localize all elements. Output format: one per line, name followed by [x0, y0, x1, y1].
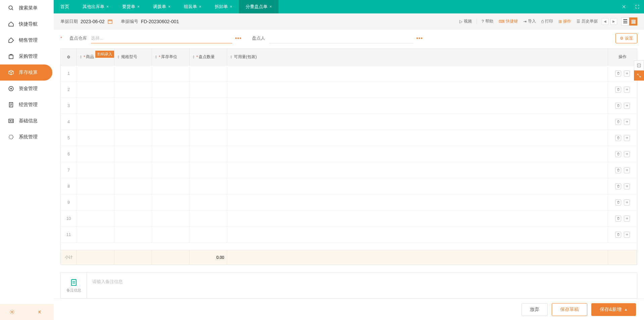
delete-row-icon[interactable] — [615, 199, 621, 205]
table-row[interactable]: 10 — [61, 211, 637, 227]
col-unit[interactable]: ▲▼ * 库存单位 — [152, 49, 190, 65]
checker-input[interactable] — [269, 33, 413, 43]
float-btn-2[interactable] — [634, 71, 644, 81]
col-product[interactable]: ▲▼ * 商品 扫码录入 — [77, 49, 114, 65]
add-row-icon[interactable] — [624, 199, 630, 205]
table-row[interactable]: 7 — [61, 162, 637, 178]
scan-badge[interactable]: 扫码录入 — [95, 51, 114, 58]
table-row[interactable]: 4 — [61, 114, 637, 130]
shortcut-button[interactable]: ⌨快捷键 — [497, 18, 520, 24]
grid-body[interactable]: 1234567891011 — [61, 65, 637, 250]
history-button[interactable]: ☰历史单据 — [575, 18, 600, 24]
table-row[interactable]: 11 — [61, 227, 637, 243]
table-row[interactable]: 8 — [61, 178, 637, 194]
save-new-button[interactable]: 保存&新增▲ — [591, 303, 636, 316]
tag-icon — [8, 37, 14, 43]
import-button[interactable]: ⇥导入 — [521, 18, 538, 24]
table-row[interactable]: 3 — [61, 98, 637, 114]
tab-transfer[interactable]: 调拨单× — [146, 0, 177, 13]
play-icon: ▷ — [459, 19, 462, 24]
add-row-icon[interactable] — [624, 151, 630, 157]
delete-row-icon[interactable] — [615, 151, 621, 157]
sidebar-item-search[interactable]: 搜索菜单 — [0, 0, 54, 16]
sidebar-item-label: 库存核算 — [19, 70, 38, 76]
discard-button[interactable]: 放弃 — [522, 303, 548, 316]
tab-disassembly[interactable]: 拆卸单× — [208, 0, 239, 13]
keyboard-icon: ⌨ — [499, 19, 504, 24]
sidebar-item-basic[interactable]: 基础信息 — [0, 113, 54, 129]
sidebar-item-nav[interactable]: 快捷导航 — [0, 16, 54, 32]
delete-row-icon[interactable] — [615, 103, 621, 109]
tab-home[interactable]: 首页 — [54, 0, 76, 13]
collapse-icon[interactable] — [38, 309, 43, 315]
add-row-icon[interactable] — [624, 87, 630, 93]
warehouse-picker-icon[interactable]: ••• — [235, 35, 242, 41]
video-button[interactable]: ▷视频 — [457, 18, 474, 24]
delete-row-icon[interactable] — [615, 87, 621, 93]
checker-picker-icon[interactable]: ••• — [416, 35, 423, 41]
col-qty[interactable]: ▲▼ * 盘点数量 — [190, 49, 227, 65]
sidebar-item-business[interactable]: 经营管理 — [0, 97, 54, 113]
add-row-icon[interactable] — [624, 71, 630, 77]
row-number: 9 — [61, 194, 77, 210]
tab-assembly[interactable]: 组装单× — [177, 0, 208, 13]
close-all-icon[interactable] — [617, 0, 631, 13]
tab-requisition[interactable]: 要货单× — [115, 0, 146, 13]
subtotal-qty: 0.00 — [190, 250, 227, 265]
document-icon — [8, 102, 14, 108]
sidebar-item-finance[interactable]: 资金管理 — [0, 81, 54, 97]
print-button[interactable]: ⎙打印 — [539, 18, 555, 24]
date-value[interactable]: 2023-06-02 — [81, 19, 105, 24]
sidebar-item-system[interactable]: 系统管理 — [0, 129, 54, 145]
table-row[interactable]: 6 — [61, 146, 637, 162]
calendar-icon[interactable] — [107, 19, 113, 24]
settings-button[interactable]: ⚙ 设置 — [615, 33, 637, 43]
close-icon[interactable]: × — [230, 4, 232, 9]
delete-row-icon[interactable] — [615, 119, 621, 125]
tab-other-out[interactable]: 其他出库单× — [76, 0, 115, 13]
sidebar-item-sales[interactable]: 销售管理 — [0, 32, 54, 48]
settings-icon[interactable] — [9, 309, 15, 315]
delete-row-icon[interactable] — [615, 167, 621, 173]
col-available[interactable]: ▲▼ 可用量(包装) — [227, 49, 608, 65]
float-btn-1[interactable] — [634, 60, 644, 71]
add-row-icon[interactable] — [624, 135, 630, 141]
delete-row-icon[interactable] — [615, 183, 621, 189]
close-icon[interactable]: × — [168, 4, 170, 9]
sidebar-item-purchase[interactable]: 采购管理 — [0, 48, 54, 64]
table-row[interactable]: 2 — [61, 82, 637, 98]
form-row: * 盘点仓库 ••• 盘点人 ••• ⚙ 设置 — [60, 30, 637, 47]
delete-row-icon[interactable] — [615, 71, 621, 77]
col-config[interactable]: ⚙ — [61, 49, 77, 65]
sidebar-item-inventory[interactable]: 库存核算 — [0, 64, 52, 81]
fullscreen-icon[interactable] — [631, 0, 644, 13]
col-spec[interactable]: ▲▼ 规格型号 — [114, 49, 152, 65]
add-row-icon[interactable] — [624, 103, 630, 109]
close-icon[interactable]: × — [269, 4, 272, 9]
table-row[interactable]: 9 — [61, 194, 637, 211]
help-button[interactable]: ?帮助 — [480, 18, 495, 24]
save-draft-button[interactable]: 保存草稿 — [552, 303, 587, 316]
action-button[interactable]: ⊞操作 — [556, 18, 573, 24]
table-row[interactable]: 1 — [61, 65, 637, 82]
tab-partial-inventory[interactable]: 分量盘点单× — [239, 0, 279, 13]
sort-icon: ▲▼ — [80, 55, 82, 59]
remark-input[interactable] — [87, 273, 637, 298]
add-row-icon[interactable] — [624, 232, 630, 238]
close-icon[interactable]: × — [137, 4, 140, 9]
add-row-icon[interactable] — [624, 167, 630, 173]
add-row-icon[interactable] — [624, 216, 630, 222]
view-list-icon[interactable]: ☰ — [621, 17, 629, 26]
delete-row-icon[interactable] — [615, 216, 621, 222]
add-row-icon[interactable] — [624, 119, 630, 125]
delete-row-icon[interactable] — [615, 232, 621, 238]
next-button[interactable]: ▶ — [610, 18, 617, 25]
close-icon[interactable]: × — [106, 4, 109, 9]
delete-row-icon[interactable] — [615, 135, 621, 141]
warehouse-input[interactable] — [91, 33, 233, 43]
view-grid-icon[interactable]: ▦ — [629, 17, 637, 26]
prev-button[interactable]: ◀ — [602, 18, 608, 25]
add-row-icon[interactable] — [624, 183, 630, 189]
table-row[interactable]: 5 — [61, 130, 637, 146]
close-icon[interactable]: × — [199, 4, 201, 9]
